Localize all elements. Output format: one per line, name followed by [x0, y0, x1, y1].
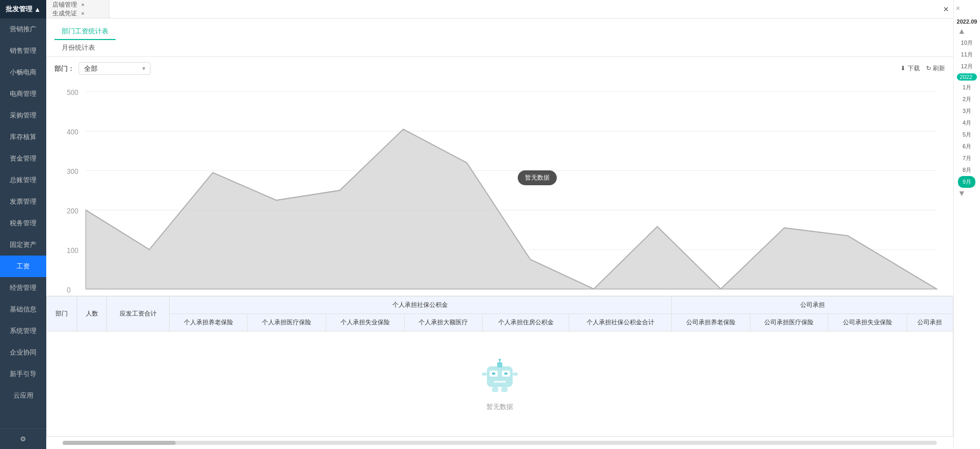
th-personal-group: 个人承担社保公积金	[169, 297, 671, 314]
month-item-8月[interactable]: 8月	[957, 164, 977, 176]
download-icon: ⬇	[900, 65, 907, 72]
dept-label: 部门：	[54, 64, 74, 73]
panel-up-arrow[interactable]: ▲	[957, 26, 977, 37]
month-item-10月[interactable]: 10月	[957, 37, 977, 49]
scrollbar-container	[46, 437, 953, 449]
main-area: 首页门店商品目录×销售单×店铺管理×生成凭证×应收应付调整单×工资表×工资统计报…	[46, 0, 953, 449]
month-item-7月[interactable]: 7月	[957, 152, 977, 164]
table-section: 部门 人数 应发工资合计 个人承担社保公积金 公司承担 个人承担养老保险 个人承…	[46, 296, 953, 449]
svg-text:0: 0	[67, 285, 71, 294]
right-panel: × 2022.09 ▲ 10月11月12月 2022 1月2月3月4月5月6月7…	[953, 0, 980, 449]
table-scrollbar[interactable]	[63, 441, 937, 445]
toolbar-right: ⬇ 下载 ↻ 刷新	[900, 64, 945, 73]
sub-tabs-list: 部门工资统计表月份统计表	[54, 24, 116, 56]
month-item-3月[interactable]: 3月	[957, 105, 977, 117]
month-item-9月[interactable]: 9月	[958, 176, 975, 188]
svg-rect-21	[482, 373, 487, 376]
th-company-group: 公司承担	[672, 297, 953, 314]
tabs-list: 首页门店商品目录×销售单×店铺管理×生成凭证×应收应付调整单×工资表×工资统计报…	[46, 0, 109, 18]
sidebar-item-采购管理[interactable]: 采购管理	[0, 105, 46, 126]
sidebar-item-电商管理[interactable]: 电商管理	[0, 83, 46, 105]
sidebar-title: 批发管理	[6, 5, 32, 14]
refresh-button[interactable]: ↻ 刷新	[926, 64, 945, 73]
empty-robot-icon	[479, 356, 520, 397]
tab-店铺管理[interactable]: 店铺管理×	[46, 1, 109, 9]
sidebar: 批发管理 ▲ 营销推广销售管理小畅电商电商管理采购管理库存核算资金管理总账管理发…	[0, 0, 46, 449]
content-area: 部门工资统计表月份统计表 部门： 全部 ▼ ⬇ 下载 ↻	[46, 18, 953, 449]
months-2022-list: 10月11月12月	[957, 37, 977, 72]
refresh-icon: ↻	[926, 65, 933, 72]
tabbar-end: ✕	[939, 5, 953, 13]
sidebar-item-系统管理[interactable]: 系统管理	[0, 320, 46, 342]
months-2023-list: 1月2月3月4月5月6月7月8月9月	[957, 82, 977, 188]
svg-text:100: 100	[67, 246, 79, 254]
right-panel-content: 2022.09 ▲ 10月11月12月 2022 1月2月3月4月5月6月7月8…	[957, 16, 977, 199]
svg-text:300: 300	[67, 167, 79, 175]
sidebar-item-经营管理[interactable]: 经营管理	[0, 277, 46, 299]
tabbar: 首页门店商品目录×销售单×店铺管理×生成凭证×应收应付调整单×工资表×工资统计报…	[46, 0, 953, 18]
tab-label: 生成凭证	[52, 9, 77, 18]
sidebar-item-库存核算[interactable]: 库存核算	[0, 126, 46, 148]
sidebar-bottom: ⚙	[0, 428, 46, 449]
chart-area-polygon	[86, 129, 937, 289]
chart-area: 0 100 200 300 400 500 暂	[46, 80, 953, 296]
sidebar-item-新手引导[interactable]: 新手引导	[0, 363, 46, 385]
month-item-4月[interactable]: 4月	[957, 117, 977, 129]
sidebar-item-企业协同[interactable]: 企业协同	[0, 342, 46, 363]
tab-生成凭证[interactable]: 生成凭证×	[46, 9, 109, 18]
month-item-5月[interactable]: 5月	[957, 129, 977, 141]
month-item-6月[interactable]: 6月	[957, 141, 977, 152]
svg-rect-12	[487, 366, 513, 387]
th-co-unemploy: 公司承担失业保险	[828, 314, 907, 331]
sidebar-item-发票管理[interactable]: 发票管理	[0, 191, 46, 212]
svg-rect-16	[504, 373, 507, 375]
scrollbar-thumb[interactable]	[63, 441, 176, 445]
empty-state: 暂无数据	[52, 336, 948, 432]
th-pension: 个人承担养老保险	[169, 314, 248, 331]
year-2022-label: 2022.09	[957, 18, 977, 25]
th-count: 人数	[77, 297, 107, 331]
month-item-2月[interactable]: 2月	[957, 93, 977, 105]
settings-icon[interactable]: ⚙	[0, 429, 46, 449]
right-panel-close-icon[interactable]: ×	[956, 4, 960, 12]
tab-close-icon[interactable]: ×	[81, 2, 84, 8]
svg-rect-22	[513, 373, 518, 376]
sidebar-item-固定资产[interactable]: 固定资产	[0, 234, 46, 256]
sub-tab-部门工资统计表[interactable]: 部门工资统计表	[54, 24, 116, 40]
tab-close-icon[interactable]: ×	[81, 10, 84, 16]
th-total-personal: 个人承担社保公积金合计	[569, 314, 672, 331]
empty-text: 暂无数据	[486, 402, 513, 412]
sidebar-item-销售管理[interactable]: 销售管理	[0, 40, 46, 62]
svg-point-20	[499, 359, 501, 361]
sidebar-item-资金管理[interactable]: 资金管理	[0, 148, 46, 169]
svg-text:500: 500	[67, 88, 79, 96]
toolbar-left: 部门： 全部 ▼	[54, 62, 150, 75]
svg-rect-18	[497, 362, 502, 367]
th-big-medical: 个人承担大额医疗	[404, 314, 483, 331]
download-button[interactable]: ⬇ 下载	[900, 64, 919, 73]
th-co-medical: 公司承担医疗保险	[750, 314, 828, 331]
sidebar-item-工资[interactable]: 工资	[0, 256, 46, 277]
th-co-other: 公司承担	[907, 314, 953, 331]
panel-down-arrow[interactable]: ▼	[957, 188, 977, 199]
empty-row: 暂无数据	[47, 331, 953, 437]
chart-svg: 0 100 200 300 400 500	[67, 85, 943, 296]
svg-rect-17	[494, 381, 506, 383]
tabbar-close-icon[interactable]: ✕	[943, 5, 949, 13]
sidebar-item-基础信息[interactable]: 基础信息	[0, 299, 46, 320]
th-salary: 应发工资合计	[107, 297, 169, 331]
dept-select[interactable]: 全部	[79, 62, 150, 75]
sidebar-item-云应用[interactable]: 云应用	[0, 385, 46, 406]
sidebar-arrow-icon: ▲	[34, 6, 41, 13]
data-table: 部门 人数 应发工资合计 个人承担社保公积金 公司承担 个人承担养老保险 个人承…	[46, 296, 953, 437]
sidebar-item-总账管理[interactable]: 总账管理	[0, 169, 46, 191]
sub-tab-月份统计表[interactable]: 月份统计表	[54, 40, 116, 56]
sidebar-header[interactable]: 批发管理 ▲	[0, 0, 46, 18]
sidebar-item-营销推广[interactable]: 营销推广	[0, 18, 46, 40]
month-item-1月[interactable]: 1月	[957, 82, 977, 93]
sidebar-item-税务管理[interactable]: 税务管理	[0, 212, 46, 234]
sidebar-item-小畅电商[interactable]: 小畅电商	[0, 62, 46, 83]
month-item-11月[interactable]: 11月	[957, 49, 977, 61]
month-item-12月[interactable]: 12月	[957, 61, 977, 72]
year-2022-badge[interactable]: 2022	[957, 73, 977, 81]
